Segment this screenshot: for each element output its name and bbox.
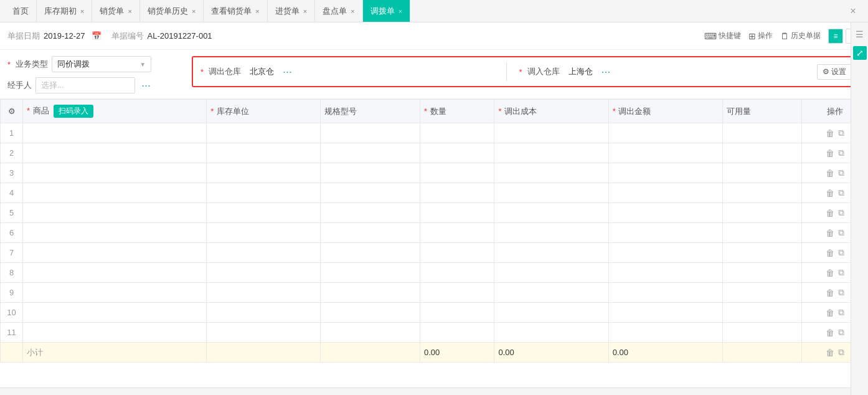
row-qty-1[interactable] — [420, 123, 494, 143]
row-product-11[interactable] — [23, 323, 207, 343]
row-spec-6[interactable] — [321, 223, 420, 243]
delete-icon-8[interactable]: 🗑 — [826, 268, 834, 278]
row-product-3[interactable] — [23, 163, 207, 183]
row-amount-6[interactable] — [608, 223, 722, 243]
copy-icon-9[interactable]: ⧉ — [838, 287, 844, 298]
row-cost-2[interactable] — [494, 143, 608, 163]
tab-stocktake-close[interactable]: × — [351, 7, 354, 15]
row-spec-1[interactable] — [321, 123, 420, 143]
copy-icon-11[interactable]: ⧉ — [838, 327, 844, 338]
row-unit-5[interactable] — [207, 203, 321, 223]
row-product-9[interactable] — [23, 283, 207, 303]
row-available-4[interactable] — [722, 183, 802, 203]
col-settings[interactable]: ⚙ — [1, 100, 23, 123]
row-spec-8[interactable] — [321, 263, 420, 283]
tab-purchase[interactable]: 进货单 × — [268, 0, 315, 22]
delete-icon-1[interactable]: 🗑 — [826, 128, 834, 138]
row-unit-6[interactable] — [207, 223, 321, 243]
copy-icon-2[interactable]: ⧉ — [838, 148, 844, 158]
delete-icon-2[interactable]: 🗑 — [826, 148, 834, 158]
person-selector[interactable]: 选择... — [35, 77, 135, 93]
row-amount-9[interactable] — [608, 283, 722, 303]
row-product-7[interactable] — [23, 243, 207, 263]
row-qty-3[interactable] — [420, 163, 494, 183]
row-amount-10[interactable] — [608, 303, 722, 323]
row-cost-4[interactable] — [494, 183, 608, 203]
tab-transfer-close[interactable]: × — [399, 7, 402, 15]
delete-icon-6[interactable]: 🗑 — [826, 228, 834, 238]
tab-stocktake[interactable]: 盘点单 × — [315, 0, 362, 22]
row-qty-5[interactable] — [420, 203, 494, 223]
row-spec-11[interactable] — [321, 323, 420, 343]
row-amount-11[interactable] — [608, 323, 722, 343]
row-available-7[interactable] — [722, 243, 802, 263]
copy-icon-5[interactable]: ⧉ — [838, 207, 844, 218]
row-cost-10[interactable] — [494, 303, 608, 323]
tab-sales-history[interactable]: 销货单历史 × — [140, 0, 204, 22]
row-available-8[interactable] — [722, 263, 802, 283]
row-product-1[interactable] — [23, 123, 207, 143]
row-available-6[interactable] — [722, 223, 802, 243]
copy-icon-3[interactable]: ⧉ — [838, 168, 844, 178]
row-product-10[interactable] — [23, 303, 207, 323]
row-cost-9[interactable] — [494, 283, 608, 303]
tab-sales-order[interactable]: 销货单 × — [92, 0, 139, 22]
transfer-out-more-btn[interactable]: ··· — [283, 65, 292, 79]
row-product-4[interactable] — [23, 183, 207, 203]
row-unit-9[interactable] — [207, 283, 321, 303]
delete-icon-9[interactable]: 🗑 — [826, 288, 834, 298]
row-amount-4[interactable] — [608, 183, 722, 203]
operation-button[interactable]: ⊞ 操作 — [748, 31, 773, 41]
row-unit-7[interactable] — [207, 243, 321, 263]
row-unit-2[interactable] — [207, 143, 321, 163]
scan-entry-button[interactable]: 扫码录入 — [54, 105, 93, 118]
row-cost-8[interactable] — [494, 263, 608, 283]
row-product-8[interactable] — [23, 263, 207, 283]
transfer-in-more-btn[interactable]: ··· — [601, 65, 611, 79]
row-qty-11[interactable] — [420, 323, 494, 343]
tab-inventory-init-close[interactable]: × — [80, 7, 84, 15]
row-qty-8[interactable] — [420, 263, 494, 283]
person-more-btn[interactable]: ··· — [141, 79, 151, 92]
table-container[interactable]: ⚙ * 商品 扫码录入 * 库存单位 规格型号 * — [0, 99, 868, 388]
delete-icon-11[interactable]: 🗑 — [826, 328, 834, 338]
shortcut-button[interactable]: ⌨ 快捷键 — [704, 31, 741, 41]
delete-icon-3[interactable]: 🗑 — [826, 168, 834, 178]
row-product-2[interactable] — [23, 143, 207, 163]
tab-view-sales-close[interactable]: × — [255, 7, 259, 15]
row-available-9[interactable] — [722, 283, 802, 303]
row-cost-5[interactable] — [494, 203, 608, 223]
row-spec-7[interactable] — [321, 243, 420, 263]
row-qty-4[interactable] — [420, 183, 494, 203]
sidebar-expand-icon[interactable]: ⤢ — [853, 46, 867, 60]
row-available-1[interactable] — [722, 123, 802, 143]
tab-sales-history-close[interactable]: × — [192, 7, 196, 15]
row-cost-11[interactable] — [494, 323, 608, 343]
row-amount-3[interactable] — [608, 163, 722, 183]
copy-icon-6[interactable]: ⧉ — [838, 227, 844, 238]
row-spec-4[interactable] — [321, 183, 420, 203]
row-available-2[interactable] — [722, 143, 802, 163]
history-button[interactable]: 🗒 历史单据 — [780, 31, 821, 41]
row-available-3[interactable] — [722, 163, 802, 183]
subtotal-delete-icon[interactable]: 🗑 — [826, 348, 834, 358]
row-amount-2[interactable] — [608, 143, 722, 163]
row-available-11[interactable] — [722, 323, 802, 343]
subtotal-copy-icon[interactable]: ⧉ — [838, 347, 844, 358]
delete-icon-10[interactable]: 🗑 — [826, 308, 834, 318]
copy-icon-1[interactable]: ⧉ — [838, 128, 844, 138]
tab-home[interactable]: 首页 — [5, 0, 37, 22]
settings-button[interactable]: ⚙ 设置 — [817, 64, 852, 80]
row-qty-10[interactable] — [420, 303, 494, 323]
delete-icon-7[interactable]: 🗑 — [826, 248, 834, 258]
row-qty-9[interactable] — [420, 283, 494, 303]
tab-purchase-close[interactable]: × — [303, 7, 307, 15]
sidebar-list-icon[interactable]: ☰ — [853, 27, 867, 41]
window-close-button[interactable]: × — [843, 1, 863, 21]
tab-sales-order-close[interactable]: × — [128, 7, 131, 15]
row-unit-3[interactable] — [207, 163, 321, 183]
row-unit-4[interactable] — [207, 183, 321, 203]
row-spec-9[interactable] — [321, 283, 420, 303]
row-available-5[interactable] — [722, 203, 802, 223]
copy-icon-4[interactable]: ⧉ — [838, 188, 844, 198]
